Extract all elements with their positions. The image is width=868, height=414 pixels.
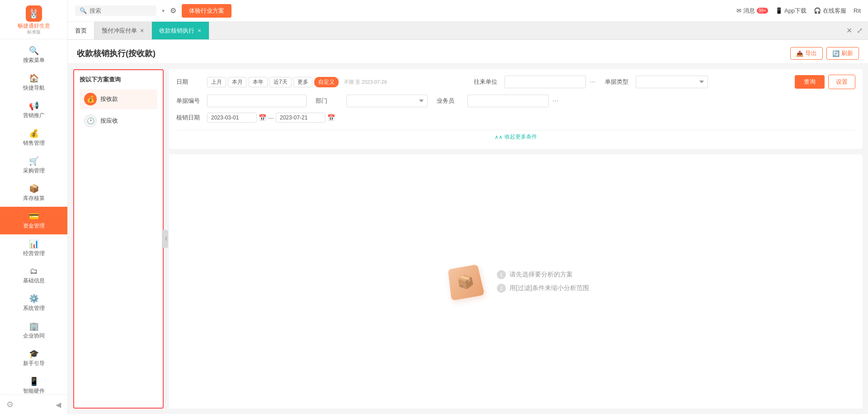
- sidebar-item-marketing[interactable]: 📢 营销推广: [0, 96, 67, 124]
- inventory-icon: 📦: [29, 184, 39, 194]
- sidebar-item-basic-info[interactable]: 🗂 基础信息: [0, 262, 67, 289]
- sidebar-item-finance[interactable]: 💳 资金管理: [0, 207, 67, 234]
- collection-icon: 💰: [84, 93, 97, 105]
- industry-btn[interactable]: 体验行业方案: [182, 4, 231, 18]
- partner-input[interactable]: [505, 76, 586, 88]
- sidebar-item-quick-nav[interactable]: 🏠 快捷导航: [0, 69, 67, 96]
- settings-btn[interactable]: 设置: [828, 75, 855, 89]
- online-service-btn[interactable]: 🎧 在线客服: [814, 7, 846, 15]
- staff-dots[interactable]: ···: [552, 97, 558, 105]
- enterprise-icon: 🏢: [29, 321, 39, 331]
- date-unlimited-label: 不限 至 2023-07-26: [344, 79, 387, 86]
- sidebar-item-label: 快捷导航: [23, 84, 45, 92]
- sidebar-item-label: 搜索菜单: [23, 57, 45, 64]
- query-btn[interactable]: 查询: [795, 75, 825, 89]
- guide-icon: 🎓: [29, 349, 39, 359]
- partner-label: 往来单位: [474, 78, 501, 86]
- sidebar-item-operations[interactable]: 📊 经营管理: [0, 234, 67, 262]
- filter-actions: 查询 设置: [795, 75, 855, 89]
- message-btn[interactable]: ✉ 消息 99+: [736, 7, 768, 15]
- calendar-start-icon[interactable]: 📅: [259, 114, 266, 121]
- verify-date-start-input[interactable]: [207, 113, 257, 123]
- filter-by-receivable[interactable]: 🕐 按应收: [80, 111, 157, 131]
- date-shortcuts: 上月 本月 本年 近7天 更多 自定义: [207, 77, 339, 87]
- voucher-no-input[interactable]: [207, 95, 307, 107]
- tab-collection-close-icon[interactable]: ✕: [197, 28, 202, 34]
- search-input[interactable]: [90, 7, 135, 14]
- export-icon: 📤: [796, 50, 803, 57]
- headset-icon: 🎧: [814, 7, 821, 14]
- sidebar-item-sales[interactable]: 💰 销售管理: [0, 124, 67, 152]
- settings-footer-icon[interactable]: ⚙: [6, 400, 14, 409]
- left-panel-collapse-icon[interactable]: 《: [162, 230, 168, 248]
- search-menu-icon: 🔍: [29, 46, 39, 56]
- phone-icon: 📱: [775, 7, 783, 14]
- sidebar-item-label: 库存核算: [23, 195, 45, 202]
- empty-box-icon: 📦: [448, 264, 485, 300]
- collapse-sidebar-icon[interactable]: ◀: [56, 400, 61, 409]
- tab-prepay[interactable]: 预付冲应付单 ✕: [94, 22, 152, 39]
- filter-by-collection[interactable]: 💰 按收款: [80, 89, 157, 109]
- date-this-month[interactable]: 本月: [228, 77, 247, 87]
- voucher-type-select[interactable]: [636, 76, 708, 88]
- sidebar-item-label: 销售管理: [23, 139, 45, 147]
- content-area: 按以下方案查询 《 💰 按收款 🕐 按应收 日期 上月: [68, 64, 868, 414]
- refresh-icon: 🔄: [832, 50, 840, 57]
- left-panel: 按以下方案查询 《 💰 按收款 🕐 按应收: [73, 69, 164, 409]
- tab-home[interactable]: 首页: [68, 22, 94, 39]
- maximize-icon[interactable]: ⤢: [857, 26, 863, 35]
- tab-prepay-label: 预付冲应付单: [102, 27, 137, 35]
- search-icon: 🔍: [80, 7, 87, 14]
- filter-row-3: 核销日期 📅 — 📅: [176, 113, 855, 123]
- sidebar-nav: 🔍 搜索菜单 🏠 快捷导航 📢 营销推广 💰 销售管理 🛒 采购管理 📦 库存核…: [0, 39, 67, 395]
- close-window-icon[interactable]: ✕: [846, 26, 852, 35]
- tab-collection[interactable]: 收款核销执行 ✕: [152, 22, 209, 39]
- filter-receivable-label: 按应收: [100, 117, 118, 125]
- calendar-end-icon[interactable]: 📅: [327, 114, 335, 121]
- app-logo-icon: 🐰: [26, 5, 42, 22]
- export-btn[interactable]: 📤 导出: [790, 47, 823, 60]
- sidebar-item-search-menu[interactable]: 🔍 搜索菜单: [0, 41, 67, 69]
- message-label: 消息: [743, 7, 755, 15]
- sidebar-item-label: 智能硬件: [23, 387, 45, 395]
- partner-dots[interactable]: ···: [590, 78, 595, 86]
- voucher-no-group: 单据编号: [176, 95, 307, 107]
- filter-row-1: 日期 上月 本月 本年 近7天 更多 自定义 不限 至 2023-07-26 往…: [176, 75, 855, 89]
- verify-date-group: 核销日期 📅 — 📅: [176, 113, 335, 123]
- verify-date-end-input[interactable]: [276, 113, 326, 123]
- sidebar-item-inventory[interactable]: 📦 库存核算: [0, 179, 67, 207]
- page-title: 收款核销执行(按收款): [77, 48, 156, 59]
- sidebar-item-guide[interactable]: 🎓 新手引导: [0, 344, 67, 372]
- user-name[interactable]: Rit: [854, 7, 861, 14]
- sidebar-item-system[interactable]: ⚙️ 系统管理: [0, 289, 67, 317]
- tab-prepay-close-icon[interactable]: ✕: [140, 28, 144, 34]
- topbar-search-area[interactable]: 🔍: [75, 5, 156, 16]
- app-download-btn[interactable]: 📱 App下载: [775, 7, 807, 15]
- sidebar-item-label: 营销推广: [23, 112, 45, 119]
- finance-icon: 💳: [29, 211, 39, 221]
- sidebar-item-label: 资金管理: [23, 222, 45, 230]
- date-this-year[interactable]: 本年: [249, 77, 268, 87]
- sidebar-item-hardware[interactable]: 📱 智能硬件: [0, 372, 67, 395]
- refresh-btn[interactable]: 🔄 刷新: [826, 47, 859, 60]
- date-last-7days[interactable]: 近7天: [269, 77, 292, 87]
- date-more[interactable]: 更多: [293, 77, 312, 87]
- message-icon: ✉: [736, 7, 741, 14]
- topbar-right: ✉ 消息 99+ 📱 App下载 🎧 在线客服 Rit: [736, 7, 861, 15]
- message-badge: 99+: [757, 8, 768, 14]
- app-badge: 标准版: [27, 29, 41, 35]
- sidebar-item-label: 新手引导: [23, 360, 45, 367]
- gear-icon[interactable]: ⚙: [170, 6, 176, 15]
- purchase-icon: 🛒: [29, 156, 39, 166]
- tabbar-right: ✕ ⤢: [841, 22, 868, 39]
- sidebar-item-label: 基础信息: [23, 277, 45, 285]
- hardware-icon: 📱: [29, 376, 39, 386]
- date-custom[interactable]: 自定义: [314, 77, 339, 87]
- sidebar-item-enterprise[interactable]: 🏢 企业协同: [0, 317, 67, 344]
- staff-input[interactable]: [467, 95, 549, 107]
- dept-group: 部门: [316, 95, 428, 107]
- dept-select[interactable]: [346, 95, 428, 107]
- collapse-more-btn[interactable]: ∧∧ 收起更多条件: [176, 130, 855, 143]
- date-last-month[interactable]: 上月: [207, 77, 226, 87]
- sidebar-item-purchase[interactable]: 🛒 采购管理: [0, 152, 67, 179]
